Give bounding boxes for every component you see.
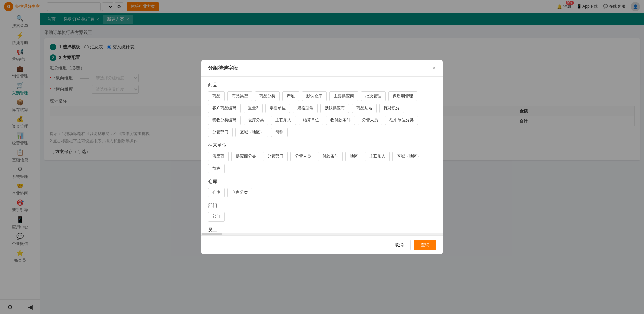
field-tag[interactable]: 商品 — [208, 91, 225, 101]
modal-body: 商品商品商品类型商品分类产地默认仓库主要供应商批次管理保质期管理客户商品编码重量… — [201, 77, 443, 233]
modal-header: 分组待选字段 × — [201, 60, 443, 77]
field-tag[interactable]: 供应商 — [208, 152, 229, 161]
field-tag[interactable]: 商品分类 — [255, 91, 280, 101]
field-tag[interactable]: 仓库分类 — [227, 188, 252, 197]
field-tag[interactable]: 简称 — [208, 164, 225, 173]
field-tag[interactable]: 区域（地区） — [235, 128, 268, 137]
field-tag[interactable]: 默认供应商 — [320, 104, 349, 113]
field-section-staff: 员工业务员 — [208, 227, 436, 233]
field-tag[interactable]: 主要供应商 — [329, 91, 358, 101]
field-tag[interactable]: 部门 — [208, 212, 225, 222]
field-tags-counterpart: 供应商供应商分类分管部门分管人员付款条件地区主联系人区域（地区）简称 — [208, 152, 436, 173]
confirm-button[interactable]: 查询 — [414, 240, 436, 250]
modal-close-button[interactable]: × — [432, 65, 436, 72]
field-tag[interactable]: 零售单位 — [265, 104, 290, 113]
field-tag[interactable]: 分管部门 — [263, 152, 288, 161]
field-tag[interactable]: 商品类型 — [227, 91, 252, 101]
modal-footer: 取消 查询 — [201, 235, 443, 254]
field-section-department: 部门部门 — [208, 203, 436, 222]
modal-title: 分组待选字段 — [208, 65, 238, 71]
section-title-department: 部门 — [208, 203, 436, 209]
section-title-staff: 员工 — [208, 227, 436, 233]
field-tag[interactable]: 批次管理 — [361, 91, 386, 101]
field-tag[interactable]: 重量3 — [244, 104, 263, 113]
field-section-counterpart: 往来单位供应商供应商分类分管部门分管人员付款条件地区主联系人区域（地区）简称 — [208, 142, 436, 173]
field-tags-warehouse: 仓库仓库分类 — [208, 188, 436, 197]
field-tag[interactable]: 区域（地区） — [392, 152, 425, 161]
field-tags-department: 部门 — [208, 212, 436, 222]
field-tag[interactable]: 供应商分类 — [231, 152, 260, 161]
field-tag[interactable]: 拣货积分 — [379, 104, 404, 113]
field-tag[interactable]: 分管人员 — [290, 152, 315, 161]
field-tag[interactable]: 仓库 — [208, 188, 225, 197]
field-tag[interactable]: 简称 — [271, 128, 288, 137]
field-tags-goods: 商品商品类型商品分类产地默认仓库主要供应商批次管理保质期管理客户商品编码重量3零… — [208, 91, 436, 137]
field-tag[interactable]: 主联系人 — [365, 152, 390, 161]
field-tag[interactable]: 分管部门 — [208, 128, 233, 137]
field-tag[interactable]: 商品别名 — [352, 104, 377, 113]
field-tag[interactable]: 客户商品编码 — [208, 104, 241, 113]
field-tag[interactable]: 产地 — [282, 91, 299, 101]
field-tag[interactable]: 结算单位 — [299, 116, 323, 125]
field-tag[interactable]: 往来单位分类 — [385, 116, 418, 125]
field-tag[interactable]: 默认仓库 — [302, 91, 327, 101]
section-title-counterpart: 往来单位 — [208, 142, 436, 148]
field-tag[interactable]: 主联系人 — [271, 116, 296, 125]
field-tag[interactable]: 保质期管理 — [388, 91, 417, 101]
field-section-warehouse: 仓库仓库仓库分类 — [208, 179, 436, 197]
field-tag[interactable]: 付款条件 — [318, 152, 343, 161]
cancel-button[interactable]: 取消 — [388, 240, 411, 250]
field-tag[interactable]: 地区 — [345, 152, 362, 161]
field-tag[interactable]: 税收分类编码 — [208, 116, 241, 125]
field-tag[interactable]: 仓库分类 — [244, 116, 268, 125]
field-tag[interactable]: 分管人员 — [358, 116, 382, 125]
field-section-goods: 商品商品商品类型商品分类产地默认仓库主要供应商批次管理保质期管理客户商品编码重量… — [208, 82, 436, 137]
modal-overlay: 分组待选字段 × 商品商品商品类型商品分类产地默认仓库主要供应商批次管理保质期管… — [0, 0, 644, 314]
section-title-warehouse: 仓库 — [208, 179, 436, 185]
field-tag[interactable]: 规格型号 — [293, 104, 318, 113]
field-tag[interactable]: 收付款条件 — [326, 116, 355, 125]
field-select-modal: 分组待选字段 × 商品商品商品类型商品分类产地默认仓库主要供应商批次管理保质期管… — [201, 60, 443, 254]
section-title-goods: 商品 — [208, 82, 436, 88]
